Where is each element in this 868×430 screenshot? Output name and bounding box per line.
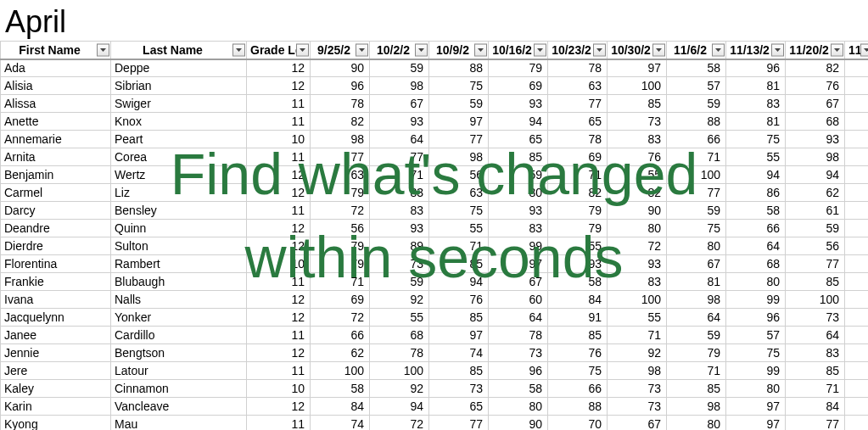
cell-score[interactable]: 64: [786, 327, 845, 344]
cell-first-name[interactable]: Alisia: [1, 77, 111, 95]
filter-dropdown-icon[interactable]: [296, 43, 309, 56]
cell-grade-level[interactable]: 12: [247, 344, 311, 362]
cell-score[interactable]: [845, 166, 869, 184]
cell-score[interactable]: 82: [608, 184, 667, 202]
cell-score[interactable]: 97: [726, 398, 786, 416]
cell-first-name[interactable]: Annemarie: [1, 131, 111, 148]
cell-score[interactable]: 65: [489, 131, 548, 148]
column-header[interactable]: 11/6/2: [667, 42, 726, 59]
cell-score[interactable]: 61: [786, 202, 845, 220]
cell-score[interactable]: [845, 184, 869, 202]
cell-score[interactable]: 66: [548, 380, 608, 398]
cell-last-name[interactable]: Blubaugh: [111, 273, 247, 291]
cell-score[interactable]: 71: [429, 237, 489, 255]
cell-score[interactable]: 74: [311, 416, 370, 431]
cell-score[interactable]: [845, 416, 869, 431]
cell-score[interactable]: 55: [370, 309, 429, 327]
cell-score[interactable]: 72: [311, 202, 370, 220]
cell-score[interactable]: 75: [429, 202, 489, 220]
cell-score[interactable]: 79: [311, 237, 370, 255]
cell-first-name[interactable]: Jennie: [1, 344, 111, 362]
cell-last-name[interactable]: Bengtson: [111, 344, 247, 362]
cell-grade-level[interactable]: 12: [247, 309, 311, 327]
cell-score[interactable]: 78: [489, 327, 548, 344]
column-header[interactable]: Last Name: [111, 42, 247, 59]
cell-score[interactable]: 73: [608, 113, 667, 131]
cell-score[interactable]: 55: [429, 220, 489, 237]
column-header[interactable]: 11/20/2: [786, 42, 845, 59]
cell-score[interactable]: 77: [370, 148, 429, 166]
cell-last-name[interactable]: Wertz: [111, 166, 247, 184]
cell-score[interactable]: 67: [667, 255, 726, 273]
cell-last-name[interactable]: Corea: [111, 148, 247, 166]
cell-score[interactable]: 99: [726, 291, 786, 309]
cell-score[interactable]: 72: [311, 309, 370, 327]
cell-first-name[interactable]: Anette: [1, 113, 111, 131]
cell-score[interactable]: 68: [726, 255, 786, 273]
cell-score[interactable]: 72: [370, 416, 429, 431]
cell-score[interactable]: 98: [667, 398, 726, 416]
cell-score[interactable]: 80: [726, 380, 786, 398]
cell-grade-level[interactable]: 12: [247, 398, 311, 416]
cell-score[interactable]: 64: [489, 309, 548, 327]
cell-first-name[interactable]: Carmel: [1, 184, 111, 202]
cell-grade-level[interactable]: 12: [247, 291, 311, 309]
cell-score[interactable]: 97: [726, 416, 786, 431]
cell-last-name[interactable]: Knox: [111, 113, 247, 131]
cell-first-name[interactable]: Ada: [1, 59, 111, 77]
cell-score[interactable]: 90: [608, 202, 667, 220]
cell-score[interactable]: [845, 148, 869, 166]
cell-score[interactable]: 93: [786, 131, 845, 148]
column-header[interactable]: 10/9/2: [429, 42, 489, 59]
cell-score[interactable]: 59: [667, 327, 726, 344]
cell-score[interactable]: 79: [311, 184, 370, 202]
cell-score[interactable]: 84: [311, 398, 370, 416]
cell-score[interactable]: 83: [786, 344, 845, 362]
cell-score[interactable]: 57: [667, 77, 726, 95]
cell-last-name[interactable]: Yonker: [111, 309, 247, 327]
cell-score[interactable]: 80: [608, 220, 667, 237]
cell-score[interactable]: 73: [786, 309, 845, 327]
cell-score[interactable]: 67: [489, 273, 548, 291]
cell-score[interactable]: 89: [370, 237, 429, 255]
cell-score[interactable]: 63: [311, 166, 370, 184]
cell-grade-level[interactable]: 11: [247, 273, 311, 291]
cell-grade-level[interactable]: 11: [247, 202, 311, 220]
cell-score[interactable]: 78: [311, 95, 370, 113]
cell-score[interactable]: 73: [489, 344, 548, 362]
cell-grade-level[interactable]: 11: [247, 327, 311, 344]
cell-score[interactable]: [845, 380, 869, 398]
cell-score[interactable]: 56: [311, 220, 370, 237]
cell-score[interactable]: 75: [667, 220, 726, 237]
cell-score[interactable]: 75: [726, 131, 786, 148]
filter-dropdown-icon[interactable]: [232, 43, 245, 56]
cell-score[interactable]: 93: [489, 95, 548, 113]
cell-score[interactable]: 59: [667, 95, 726, 113]
cell-last-name[interactable]: Swiger: [111, 95, 247, 113]
cell-score[interactable]: 64: [726, 237, 786, 255]
cell-score[interactable]: 84: [548, 291, 608, 309]
cell-score[interactable]: 99: [489, 237, 548, 255]
cell-grade-level[interactable]: 12: [247, 237, 311, 255]
cell-score[interactable]: 67: [608, 416, 667, 431]
cell-last-name[interactable]: Mau: [111, 416, 247, 431]
cell-score[interactable]: 78: [548, 59, 608, 77]
cell-score[interactable]: 66: [667, 131, 726, 148]
cell-score[interactable]: 94: [489, 113, 548, 131]
cell-score[interactable]: [845, 255, 869, 273]
cell-first-name[interactable]: Kaley: [1, 380, 111, 398]
cell-score[interactable]: 85: [667, 380, 726, 398]
cell-score[interactable]: 71: [667, 362, 726, 380]
cell-score[interactable]: 100: [311, 362, 370, 380]
cell-score[interactable]: 58: [548, 273, 608, 291]
cell-score[interactable]: 76: [608, 148, 667, 166]
cell-score[interactable]: 59: [370, 273, 429, 291]
cell-score[interactable]: 59: [667, 202, 726, 220]
cell-score[interactable]: 84: [786, 398, 845, 416]
cell-last-name[interactable]: Cinnamon: [111, 380, 247, 398]
column-header[interactable]: 11/: [845, 42, 869, 59]
cell-score[interactable]: 92: [608, 344, 667, 362]
cell-score[interactable]: 71: [667, 148, 726, 166]
cell-score[interactable]: 98: [311, 131, 370, 148]
cell-score[interactable]: 82: [548, 184, 608, 202]
